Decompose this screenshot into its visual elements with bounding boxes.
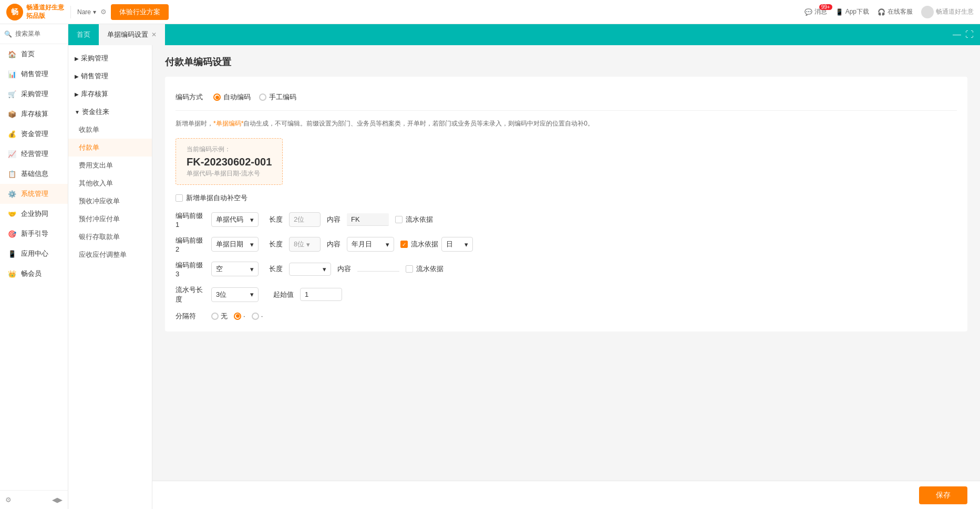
tab-encoding[interactable]: 单据编码设置 ✕ (99, 24, 165, 45)
length1-input: 2位 (289, 212, 321, 227)
sep-dash-radio[interactable]: · (252, 312, 263, 320)
finance-icon: 💰 (7, 129, 17, 139)
manual-encoding-radio[interactable]: 手工编码 (259, 92, 296, 102)
prefix3-select[interactable]: 空 ▾ (211, 262, 259, 276)
tab-bar: 首页 单据编码设置 ✕ — ⛶ (68, 24, 980, 45)
save-button[interactable]: 保存 (919, 486, 967, 504)
sub-item-payment[interactable]: 付款单 (68, 139, 152, 157)
stream1-checkbox[interactable] (395, 216, 403, 223)
sub-header-purchase[interactable]: ▶ 采购管理 (68, 49, 152, 67)
sub-item-advance-payment[interactable]: 预付冲应付单 (68, 210, 152, 228)
newbie-icon: 🎯 (7, 229, 17, 238)
chevron-down-prefix3: ▾ (250, 265, 254, 273)
sub-group-sales: ▶ 销售管理 (68, 67, 152, 85)
sidebar-item-home[interactable]: 🏠 首页 (0, 44, 68, 64)
user-icon (921, 6, 934, 18)
sidebar-item-app-center[interactable]: 📱 应用中心 (0, 244, 68, 264)
user-avatar[interactable]: 畅通道好生意 (921, 6, 974, 18)
tab-home[interactable]: 首页 (68, 24, 99, 45)
sidebar-item-enterprise[interactable]: 🤝 企业协同 (0, 204, 68, 224)
basic-icon: 📋 (7, 169, 17, 179)
app-download-button[interactable]: 📱 App下载 (835, 7, 869, 16)
search-menu[interactable]: 🔍 搜索菜单 (0, 24, 68, 44)
stream2-checkbox[interactable]: ✓ (400, 241, 408, 248)
sidebar-item-system[interactable]: ⚙️ 系统管理 (0, 184, 68, 204)
chevron-right-icon3: ▶ (75, 91, 79, 97)
sep-dot-radio[interactable]: · (234, 312, 245, 320)
length3-label: 长度 (269, 264, 283, 274)
separator-row: 分隔符 无 · · (176, 311, 957, 321)
sidebar-bottom: ⚙ ◀▶ (0, 490, 68, 509)
auto-encoding-radio[interactable]: 自动编码 (213, 92, 251, 102)
stream3-group: 流水依据 (406, 264, 443, 274)
sep-none-circle (211, 313, 219, 320)
sub-item-advance-receipt[interactable]: 预收冲应收单 (68, 192, 152, 210)
chevron-down-prefix2: ▾ (250, 241, 254, 248)
home-icon: 🏠 (7, 49, 17, 59)
auto-fill-checkbox[interactable] (176, 194, 183, 202)
serial-length-select[interactable]: 3位 ▾ (211, 287, 259, 302)
settings-bottom-icon[interactable]: ⚙ (5, 496, 12, 504)
sub-item-expense[interactable]: 费用支出单 (68, 157, 152, 174)
sidebar-item-purchase[interactable]: 🛒 采购管理 (0, 84, 68, 104)
sub-group-finance: ▼ 资金往来 收款单 付款单 费用支出单 其他收入单 (68, 103, 152, 264)
collapse-icon[interactable]: ◀▶ (52, 496, 63, 504)
member-icon: 👑 (7, 269, 17, 278)
layout: 🔍 搜索菜单 🏠 首页 📊 销售管理 🛒 采购管理 📦 库存核算 💰 (0, 24, 980, 509)
tab-close-icon[interactable]: ✕ (151, 31, 157, 38)
chevron-down-icon: ▾ (93, 8, 96, 16)
sidebar-item-sales[interactable]: 📊 销售管理 (0, 64, 68, 84)
settings-icon[interactable]: ⚙ (100, 8, 107, 16)
prefix2-select[interactable]: 单据日期 ▾ (211, 237, 259, 252)
start-value-label: 起始值 (273, 290, 294, 299)
page-wrapper: 付款单编码设置 编码方式 自动编码 (152, 45, 980, 509)
chevron-down-content2: ▾ (386, 241, 389, 248)
length2-label: 长度 (269, 240, 283, 249)
system-icon: ⚙️ (7, 189, 17, 199)
sidebar-item-basic[interactable]: 📋 基础信息 (0, 164, 68, 184)
length3-select[interactable]: ▾ (289, 263, 331, 276)
sub-header-inventory[interactable]: ▶ 库存核算 (68, 85, 152, 103)
prefix1-select[interactable]: 单据代码 ▾ (211, 212, 259, 227)
inventory-icon: 📦 (7, 109, 17, 119)
service-icon: 🎧 (878, 8, 885, 16)
footer-bar: 保存 (152, 481, 980, 509)
stream2-select[interactable]: 日 ▾ (441, 237, 473, 252)
sub-header-sales[interactable]: ▶ 销售管理 (68, 67, 152, 85)
serial-length-label: 流水号长度 (176, 285, 205, 304)
sidebar-item-finance[interactable]: 💰 资金管理 (0, 124, 68, 144)
content2-select[interactable]: 年月日 ▾ (347, 237, 394, 252)
tab-expand-icon[interactable]: ⛶ (965, 30, 974, 39)
sidebar: 🔍 搜索菜单 🏠 首页 📊 销售管理 🛒 采购管理 📦 库存核算 💰 (0, 24, 68, 509)
purchase-icon: 🛒 (7, 89, 17, 99)
sub-item-receipt[interactable]: 收款单 (68, 121, 152, 139)
example-box: 当前编码示例： FK-20230602-001 单据代码-单据日期-流水号 (176, 138, 283, 185)
message-badge: 99+ (819, 4, 832, 10)
sub-item-other-income[interactable]: 其他收入单 (68, 174, 152, 192)
sub-header-finance[interactable]: ▼ 资金往来 (68, 103, 152, 121)
app-icon: 📱 (835, 8, 843, 16)
chevron-down-length3: ▾ (323, 265, 326, 273)
top-bar-divider (70, 6, 71, 18)
sub-item-bank-deposit[interactable]: 银行存取款单 (68, 228, 152, 246)
content3-value (357, 267, 399, 272)
search-icon: 🔍 (4, 30, 12, 38)
start-value-input[interactable]: 1 (300, 288, 342, 301)
sidebar-item-inventory[interactable]: 📦 库存核算 (0, 104, 68, 124)
company-selector[interactable]: Nare ▾ (77, 8, 96, 16)
sidebar-item-member[interactable]: 👑 畅会员 (0, 264, 68, 284)
sub-item-ar-ap[interactable]: 应收应付调整单 (68, 246, 152, 264)
trial-button[interactable]: 体验行业方案 (111, 4, 169, 20)
sidebar-item-newbie[interactable]: 🎯 新手引导 (0, 224, 68, 244)
message-button[interactable]: 💬 消息 99+ (804, 7, 827, 16)
logo: 畅 畅通道好生意 拓品版 (6, 4, 64, 20)
online-service-button[interactable]: 🎧 在线客服 (878, 7, 913, 16)
length1-label: 长度 (269, 215, 283, 224)
logo-text: 畅通道好生意 拓品版 (26, 4, 64, 20)
sep-none-radio[interactable]: 无 (211, 311, 228, 321)
tab-minimize-icon[interactable]: — (953, 30, 961, 39)
sidebar-item-operation[interactable]: 📈 经营管理 (0, 144, 68, 164)
settings-card: 编码方式 自动编码 手工编码 (165, 77, 967, 331)
stream3-checkbox[interactable] (406, 265, 413, 273)
content-area: ▶ 采购管理 ▶ 销售管理 ▶ 库存核算 (68, 45, 980, 509)
